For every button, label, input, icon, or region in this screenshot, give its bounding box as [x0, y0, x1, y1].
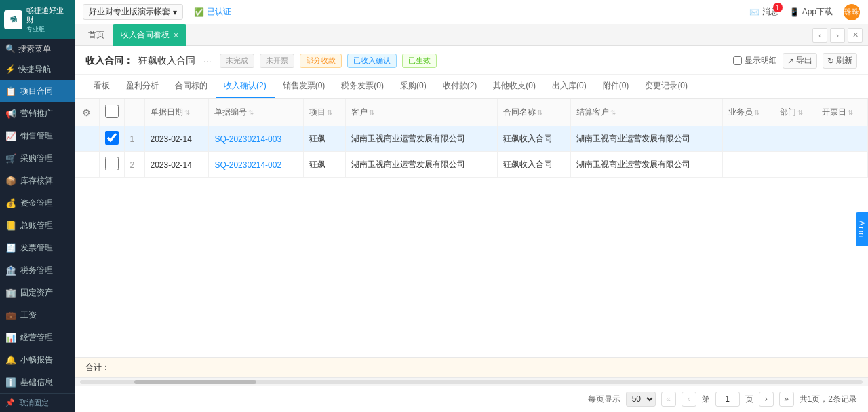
status-tag-partial[interactable]: 部分收款 — [300, 54, 342, 68]
sort-contract-name-icon[interactable]: ⇅ — [537, 109, 542, 116]
refresh-button[interactable]: ↻ 刷新 — [823, 53, 857, 69]
status-tag-active[interactable]: 已生效 — [402, 54, 437, 68]
sort-customer-icon[interactable]: ⇅ — [369, 109, 374, 116]
page-label-before: 第 — [702, 394, 710, 405]
sidebar-search[interactable]: 🔍 搜索菜单 — [0, 39, 75, 59]
tab-standard[interactable]: 合同标的 — [167, 75, 216, 98]
show-detail-input[interactable] — [733, 56, 742, 65]
sidebar-item-invoice[interactable]: 🧾 发票管理 — [0, 237, 75, 259]
row2-order-no-link[interactable]: SQ-20230214-002 — [214, 160, 281, 170]
active-tab[interactable]: 收入合同看板 × — [113, 24, 186, 46]
row1-contract-name: 狂飙收入合同 — [498, 126, 571, 152]
row1-project: 狂飙 — [304, 126, 346, 152]
sidebar-item-marketing[interactable]: 📢 营销推广 — [0, 102, 75, 125]
sidebar-item-fixed-assets[interactable]: 🏢 固定资产 — [0, 282, 75, 304]
chevron-down-icon: ▾ — [173, 7, 177, 17]
sidebar-item-general[interactable]: 📒 总账管理 — [0, 214, 75, 237]
arm-float-button[interactable]: Arm — [856, 212, 868, 246]
sidebar-item-operations[interactable]: 📊 经营管理 — [0, 326, 75, 349]
sidebar-item-base-info[interactable]: ℹ️ 基础信息 — [0, 371, 75, 393]
tab-dashboard[interactable]: 看板 — [85, 75, 118, 98]
sidebar-item-hr[interactable]: 💼 工资 — [0, 304, 75, 326]
row1-checkbox — [99, 126, 124, 152]
message-badge: 1 — [773, 3, 783, 12]
tab-attachments[interactable]: 附件(0) — [595, 75, 637, 98]
home-tab[interactable]: 首页 — [80, 24, 113, 46]
sidebar-item-inventory[interactable]: 📦 库存核算 — [0, 170, 75, 192]
scroll-thumb[interactable] — [134, 380, 256, 384]
next-page-button[interactable]: › — [759, 392, 774, 407]
tab-close-all-button[interactable]: ✕ — [848, 28, 863, 43]
pin-icon: 📌 — [5, 398, 15, 407]
per-page-select[interactable]: 50 — [626, 392, 656, 407]
tab-changes[interactable]: 变更记录(0) — [637, 75, 696, 98]
sidebar-item-reports[interactable]: 🔔 小畅报告 — [0, 349, 75, 371]
tab-close-button[interactable]: × — [174, 31, 178, 40]
horizontal-scrollbar[interactable] — [75, 377, 868, 386]
tab-income-confirm[interactable]: 收入确认(2) — [216, 75, 275, 98]
sidebar-item-purchase[interactable]: 🛒 采购管理 — [0, 147, 75, 170]
sidebar-quick-nav[interactable]: ⚡ 快捷导航 — [0, 59, 75, 80]
tab-next-button[interactable]: › — [830, 28, 845, 43]
sort-department-icon[interactable]: ⇅ — [797, 109, 803, 116]
first-page-button[interactable]: « — [661, 392, 676, 407]
row1-check-input[interactable] — [105, 131, 119, 145]
row2-order-no: SQ-20230214-002 — [209, 152, 304, 178]
export-button[interactable]: ↗ 导出 — [783, 53, 817, 69]
user-action[interactable]: 珠珠 — [844, 4, 860, 20]
tab-profit[interactable]: 盈利分析 — [118, 75, 167, 98]
contract-header: 收入合同： 狂飙收入合同 ··· 未完成 未开票 部分收款 已收入确认 已生效 … — [75, 46, 868, 75]
download-icon: 📱 — [789, 7, 800, 17]
tax-icon: 🏦 — [5, 265, 16, 276]
sort-end-customer-icon[interactable]: ⇅ — [610, 109, 616, 116]
purchase-icon: 🛒 — [5, 153, 16, 164]
data-table-container: ⚙ 单据日期⇅ 单据编号⇅ — [75, 99, 868, 357]
sort-order-no-icon[interactable]: ⇅ — [248, 109, 254, 116]
invoice-icon: 🧾 — [5, 242, 16, 253]
message-action[interactable]: ✉️ 1 消息 — [749, 6, 778, 18]
contract-more-button[interactable]: ··· — [201, 56, 214, 67]
row2-checkbox — [99, 152, 124, 178]
sort-salesperson-icon[interactable]: ⇅ — [754, 109, 760, 116]
table-row[interactable]: 1 2023-02-14 SQ-20230214-003 狂飙 湖南卫视商业运营… — [75, 126, 868, 152]
row1-order-no-link[interactable]: SQ-20230214-003 — [214, 134, 281, 144]
col-order-date-header: 单据日期⇅ — [144, 99, 209, 126]
last-page-button[interactable]: » — [779, 392, 794, 407]
sort-open-date-icon[interactable]: ⇅ — [848, 109, 853, 116]
tab-sales-invoice[interactable]: 销售发票(0) — [275, 75, 334, 98]
row2-check-input[interactable] — [105, 157, 119, 170]
status-tag-incomplete[interactable]: 未完成 — [220, 54, 254, 68]
fixed-assets-icon: 🏢 — [5, 287, 16, 298]
sidebar-item-capital[interactable]: 💰 资金管理 — [0, 192, 75, 214]
sidebar-bottom-action[interactable]: 📌 取消固定 — [0, 393, 75, 412]
page-number-input[interactable] — [715, 392, 740, 407]
select-all-checkbox[interactable] — [105, 105, 119, 118]
tab-other-income[interactable]: 其他收支(0) — [485, 75, 544, 98]
sort-order-date-icon[interactable]: ⇅ — [184, 109, 190, 116]
status-tag-confirmed[interactable]: 已收入确认 — [347, 54, 397, 68]
app-version: 专业版 — [26, 25, 71, 34]
prev-page-button[interactable]: ‹ — [682, 392, 696, 407]
table-row[interactable]: 2 2023-02-14 SQ-20230214-002 狂飙 湖南卫视商业运营… — [75, 152, 868, 178]
company-selector[interactable]: 好业财专业版演示帐套 ▾ — [83, 4, 183, 20]
tab-warehouse[interactable]: 出入库(0) — [544, 75, 595, 98]
sidebar-item-sales[interactable]: 📈 销售管理 — [0, 125, 75, 147]
project-icon: 📋 — [5, 86, 16, 96]
tab-purchase[interactable]: 采购(0) — [392, 75, 435, 98]
sidebar-item-tax[interactable]: 🏦 税务管理 — [0, 259, 75, 282]
app-download-action[interactable]: 📱 App下载 — [789, 6, 833, 18]
row2-num: 2 — [124, 152, 144, 178]
message-icon: ✉️ — [749, 7, 760, 17]
row2-order-date: 2023-02-14 — [144, 152, 209, 178]
per-page-label: 每页显示 — [588, 394, 620, 405]
header-actions: 显示明细 ↗ 导出 ↻ 刷新 — [733, 53, 857, 69]
sidebar-item-project[interactable]: 📋 项目合同 — [0, 80, 75, 102]
settings-icon[interactable]: ⚙ — [82, 107, 91, 118]
sort-project-icon[interactable]: ⇅ — [327, 109, 332, 116]
status-tag-no-invoice[interactable]: 未开票 — [260, 54, 294, 68]
marketing-icon: 📢 — [5, 108, 16, 119]
tab-tax-invoice[interactable]: 税务发票(0) — [333, 75, 392, 98]
tab-prev-button[interactable]: ‹ — [812, 28, 827, 43]
show-detail-checkbox[interactable]: 显示明细 — [733, 55, 777, 67]
tab-payment[interactable]: 收付款(2) — [435, 75, 486, 98]
